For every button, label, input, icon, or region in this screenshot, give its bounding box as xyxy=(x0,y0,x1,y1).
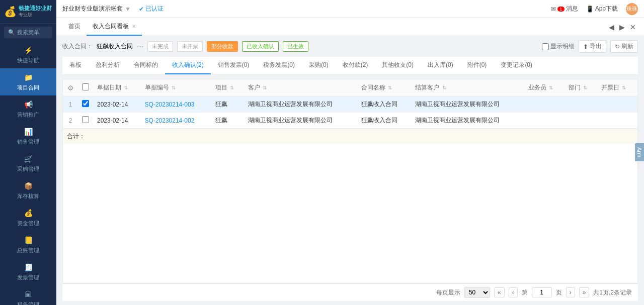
row-code-link-2[interactable]: SQ-20230214-002 xyxy=(145,117,195,124)
tabbar: 首页 收入合同看板 ✕ ◀ ▶ ✕ xyxy=(56,18,644,36)
refresh-button[interactable]: ↻ 刷新 xyxy=(610,40,638,53)
settings-icon[interactable]: ⚙ xyxy=(67,84,74,92)
logo-icon: 💰 xyxy=(4,6,17,18)
app-name: 畅捷通好业财 xyxy=(19,5,52,12)
check-icon: ✔ xyxy=(139,6,144,13)
sidebar-item-inventory[interactable]: 📦 库存核算 xyxy=(0,177,56,204)
last-page-button[interactable]: » xyxy=(579,287,590,297)
sidebar-item-quick-nav[interactable]: ⚡ 快捷导航 xyxy=(0,41,56,68)
download-icon: 📱 xyxy=(586,6,594,13)
status-no-invoice-btn[interactable]: 未开票 xyxy=(177,41,203,52)
sort-department-icon[interactable]: ⇅ xyxy=(583,85,587,90)
sort-code-icon[interactable]: ⇅ xyxy=(172,85,176,90)
sort-contract-icon[interactable]: ⇅ xyxy=(388,85,392,90)
sort-project-icon[interactable]: ⇅ xyxy=(230,85,234,90)
sidebar-item-tax[interactable]: 🏛 税务管理 xyxy=(0,285,56,305)
total-info: 共1页,2条记录 xyxy=(593,288,632,297)
sidebar-item-invoice[interactable]: 🧾 发票管理 xyxy=(0,258,56,285)
sidebar-item-purchase[interactable]: 🛒 采购管理 xyxy=(0,150,56,177)
row-code-link-1[interactable]: SQ-20230214-003 xyxy=(145,101,195,108)
sidebar-item-marketing[interactable]: 📢 营销推广 xyxy=(0,95,56,123)
show-detail-label: 显示明细 xyxy=(550,42,575,51)
app-sub: 专业版 xyxy=(19,12,52,18)
tab-contract-board[interactable]: 收入合同看板 ✕ xyxy=(87,18,142,36)
row-salesperson-1 xyxy=(524,96,565,113)
tab-home-label: 首页 xyxy=(68,22,80,31)
search-menu-button[interactable]: 🔍 搜索菜单 xyxy=(4,27,52,38)
subtab-attachment[interactable]: 附件(0) xyxy=(460,57,494,74)
prev-page-button[interactable]: ‹ xyxy=(509,287,518,297)
floating-panel: Arm xyxy=(635,143,644,162)
row-contract-1: 狂飙收入合同 xyxy=(357,96,412,113)
sidebar-item-sales[interactable]: 📊 销售管理 xyxy=(0,123,56,150)
th-result-customer: 结算客户 ⇅ xyxy=(411,79,524,96)
row-checkbox-1[interactable] xyxy=(78,96,93,113)
tab-home[interactable]: 首页 xyxy=(62,18,87,36)
next-page-button[interactable]: › xyxy=(566,287,575,297)
per-page-select[interactable]: 20 50 100 xyxy=(464,287,490,298)
sidebar-search-area: 🔍 搜索菜单 xyxy=(0,24,56,41)
per-page-label: 每页显示 xyxy=(436,288,460,297)
row-project-2: 狂飙 xyxy=(211,113,244,129)
arm-float-button[interactable]: Arm xyxy=(635,143,644,161)
sort-result-customer-icon[interactable]: ⇅ xyxy=(442,85,446,90)
sort-open-date-icon[interactable]: ⇅ xyxy=(622,85,626,90)
subtab-revenue-confirm-label: 收入确认(2) xyxy=(172,61,204,68)
row-select-checkbox-2[interactable] xyxy=(82,116,89,123)
select-all-checkbox[interactable] xyxy=(82,83,89,90)
subtab-kanban[interactable]: 看板 xyxy=(62,57,89,74)
row-department-1 xyxy=(565,96,597,113)
sidebar-item-ledger[interactable]: 📒 总账管理 xyxy=(0,231,56,258)
export-button[interactable]: ⬆ 导出 xyxy=(579,40,606,53)
row-num-2: 2 xyxy=(63,113,78,129)
app-download-button[interactable]: 📱 App下载 xyxy=(586,5,618,13)
company-selector[interactable]: 好业财专业版演示帐套 ▼ xyxy=(62,5,131,13)
sort-customer-icon[interactable]: ⇅ xyxy=(263,85,267,90)
tab-prev-button[interactable]: ◀ xyxy=(607,22,616,32)
tab-close-all-button[interactable]: ✕ xyxy=(628,22,638,32)
row-date-2: 2023-02-14 xyxy=(93,113,141,129)
status-confirmed-btn[interactable]: 已收入确认 xyxy=(242,41,279,52)
current-page-input[interactable] xyxy=(532,287,552,297)
subtab-profit-label: 盈利分析 xyxy=(96,61,120,68)
subtab-warehouse[interactable]: 出入库(0) xyxy=(421,57,460,74)
messages-badge: 1 xyxy=(557,7,565,12)
subtab-change-log-label: 变更记录(0) xyxy=(501,61,532,68)
subtab-profit[interactable]: 盈利分析 xyxy=(89,57,127,74)
sort-salesperson-icon[interactable]: ⇅ xyxy=(549,85,553,90)
table-scroll: ⚙ 单据日期 ⇅ 单据编号 ⇅ xyxy=(63,79,637,129)
subtab-revenue-confirm[interactable]: 收入确认(2) xyxy=(165,57,211,74)
row-select-checkbox-1[interactable] xyxy=(82,100,89,107)
tabbar-nav: ◀ ▶ ✕ xyxy=(607,18,638,36)
subtab-payment-label: 收付款(2) xyxy=(343,61,368,68)
user-profile[interactable]: 珠珠 xyxy=(626,3,638,15)
subtab-payment[interactable]: 收付款(2) xyxy=(336,57,375,74)
sidebar-item-project-contract[interactable]: 📁 项目合同 xyxy=(0,68,56,95)
show-detail-checkbox[interactable] xyxy=(542,43,549,50)
show-detail-toggle[interactable]: 显示明细 xyxy=(542,42,575,51)
table-row[interactable]: 2 2023-02-14 SQ-20230214-002 狂飙 湖南卫视商业运营… xyxy=(63,113,637,129)
row-contract-2: 狂飙收入合同 xyxy=(357,113,412,129)
sort-date-icon[interactable]: ⇅ xyxy=(124,85,128,90)
subtab-change-log[interactable]: 变更记录(0) xyxy=(494,57,539,74)
subtab-purchase[interactable]: 采购(0) xyxy=(302,57,336,74)
sidebar-item-funds[interactable]: 💰 资金管理 xyxy=(0,204,56,231)
status-incomplete-btn[interactable]: 未完成 xyxy=(147,41,173,52)
subtab-other[interactable]: 其他收支(0) xyxy=(375,57,421,74)
messages-button[interactable]: ✉ 1 消息 xyxy=(551,5,578,13)
main-content: 好业财专业版演示帐套 ▼ ✔ 已认证 ✉ 1 消息 📱 App下载 珠珠 xyxy=(56,0,644,305)
first-page-button[interactable]: « xyxy=(494,287,505,297)
status-effective-btn[interactable]: 已生效 xyxy=(283,41,308,52)
subtab-contract-item[interactable]: 合同标的 xyxy=(127,57,165,74)
row-customer-1: 湖南卫视商业运营发展有限公司 xyxy=(244,96,357,113)
subtab-tax-invoice[interactable]: 税务发票(0) xyxy=(256,57,302,74)
row-open-date-1 xyxy=(597,96,637,113)
table-row[interactable]: 1 2023-02-14 SQ-20230214-003 狂飙 湖南卫视商业运营… xyxy=(63,96,637,113)
status-partial-btn[interactable]: 部分收款 xyxy=(207,41,238,52)
row-checkbox-2[interactable] xyxy=(78,113,93,129)
subtab-sales-invoice[interactable]: 销售发票(0) xyxy=(211,57,257,74)
more-options-icon[interactable]: ··· xyxy=(137,42,143,51)
sidebar-item-label-5: 资金管理 xyxy=(17,220,39,227)
tab-next-button[interactable]: ▶ xyxy=(617,22,627,32)
close-tab-icon[interactable]: ✕ xyxy=(132,24,136,29)
